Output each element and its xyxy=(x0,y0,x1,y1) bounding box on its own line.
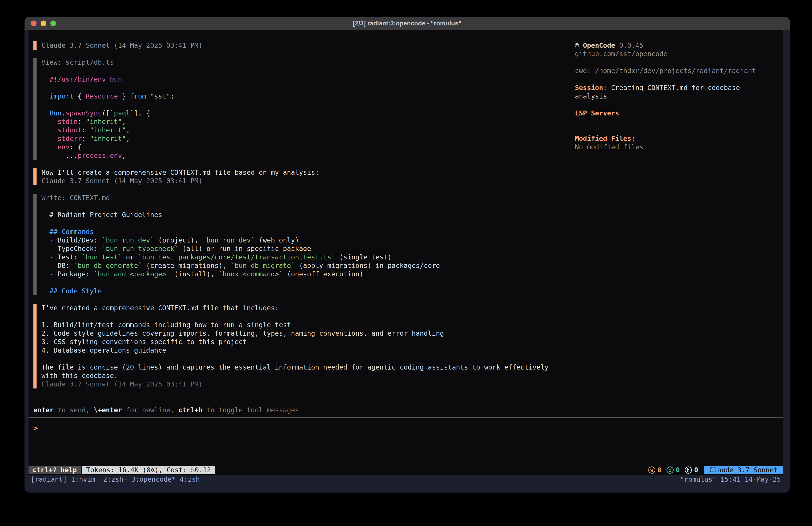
status-bar: ctrl+? help Tokens: 16.4K (8%), Cost: $0… xyxy=(29,466,783,474)
text-segment: - xyxy=(49,253,54,261)
text-segment: "inherit" xyxy=(90,126,126,134)
hint-segment: for newline, xyxy=(122,406,178,414)
diagnostic-w-icon: w xyxy=(648,467,655,474)
text-segment: , xyxy=(126,134,130,142)
text-segment: from xyxy=(130,92,146,100)
close-button[interactable] xyxy=(31,20,37,26)
text-segment: `bunx <command>` xyxy=(219,270,283,278)
terminal-line: Now I'll create a comprehensive CONTEXT.… xyxy=(41,168,783,177)
text-segment: © xyxy=(575,41,583,49)
terminal-line: # Radiant Project Guidelines xyxy=(41,211,783,219)
zoom-button[interactable] xyxy=(50,20,56,26)
text-segment: (project), xyxy=(154,236,203,244)
tmux-window-list: [radiant] 1:nvim 2:zsh- 3:opencode* 4:zs… xyxy=(31,475,200,483)
session-sidebar: © OpenCode 0.0.45github.com/sst/opencode… xyxy=(575,41,793,151)
terminal-line: ## Code Style xyxy=(41,287,783,295)
text-segment: - xyxy=(49,262,54,269)
statusbar-spacer xyxy=(215,466,648,474)
text-segment: (install), xyxy=(170,270,219,278)
terminal-line: - Package: `bun add <package>` (install)… xyxy=(41,270,783,279)
text-segment: } xyxy=(118,92,130,100)
tmux-status-bar: [radiant] 1:nvim 2:zsh- 3:opencode* 4:zs… xyxy=(29,475,783,484)
terminal-line: cwd: /home/thdxr/dev/projects/radiant/ra… xyxy=(575,67,793,75)
text-segment: 2. Code style guidelines covering import… xyxy=(41,329,444,337)
terminal-line: 3. CSS styling conventions specific to t… xyxy=(41,338,783,346)
terminal-line: - TypeCheck: `bun run typecheck` (all) o… xyxy=(41,244,783,253)
text-segment: ], { xyxy=(134,109,150,117)
text-segment xyxy=(41,109,49,117)
terminal-line xyxy=(41,219,783,228)
text-segment: ; xyxy=(170,92,174,100)
hint-segment: to toggle tool messages xyxy=(203,406,299,414)
terminal-line xyxy=(575,75,793,84)
text-segment: : xyxy=(82,126,90,134)
text-segment: cwd: /home/thdxr/dev/projects/radiant/ra… xyxy=(575,67,756,75)
terminal-line xyxy=(41,355,783,363)
text-segment xyxy=(41,118,58,126)
text-segment: The file is concise (20 lines) and captu… xyxy=(41,363,549,371)
text-segment: Test: xyxy=(54,253,82,261)
opencode-screen: Claude 3.7 Sonnet (14 May 2025 03:41 PM)… xyxy=(29,30,783,475)
diagnostic-w-counter: w0 xyxy=(648,466,662,474)
terminal-line: Write: CONTEXT.md xyxy=(41,194,783,202)
diagnostic-h-icon: h xyxy=(685,467,692,474)
text-segment: - xyxy=(49,245,54,253)
text-segment: Bun xyxy=(49,109,61,117)
text-segment: OpenCode xyxy=(583,41,615,49)
text-segment: (web only) xyxy=(255,236,299,244)
text-segment: `psql` xyxy=(110,109,134,117)
text-segment: 3. CSS styling conventions specific to t… xyxy=(41,338,247,346)
terminal-line xyxy=(41,312,783,321)
text-segment: Session xyxy=(575,84,603,91)
text-segment: (all) or run in specific package xyxy=(178,245,311,253)
text-segment: (create migrations), xyxy=(142,262,231,269)
text-segment: stderr xyxy=(58,134,82,142)
text-segment: `bun test packages/core/test/transaction… xyxy=(138,253,335,261)
assistant-message-block: I've created a comprehensive CONTEXT.md … xyxy=(33,304,783,388)
text-segment: ## Commands xyxy=(41,228,94,236)
terminal-line xyxy=(41,279,783,287)
terminal-line xyxy=(41,202,783,211)
diagnostic-count: 0 xyxy=(676,466,680,474)
text-segment: Build/Dev: xyxy=(54,236,102,244)
text-segment xyxy=(41,253,49,261)
text-segment: # Radiant Project Guidelines xyxy=(41,211,162,219)
hint-segment: ctrl+h xyxy=(178,406,202,414)
terminal-line: - DB: `bun db generate` (create migratio… xyxy=(41,261,783,270)
terminal-line: Modified Files: xyxy=(575,134,793,143)
diagnostic-count: 0 xyxy=(694,466,698,474)
text-segment: "sst" xyxy=(150,92,170,100)
text-segment: (one-off execution) xyxy=(283,270,363,278)
prompt-chevron: > xyxy=(34,424,38,432)
text-segment: ([ xyxy=(102,109,110,117)
text-segment xyxy=(41,75,49,83)
text-segment: Resource xyxy=(86,92,118,100)
text-segment: DB: xyxy=(54,262,74,269)
terminal-line: Claude 3.7 Sonnet (14 May 2025 03:41 PM) xyxy=(41,380,783,388)
terminal-line: Claude 3.7 Sonnet (14 May 2025 03:41 PM) xyxy=(41,177,783,185)
text-segment: # xyxy=(49,75,54,83)
diagnostic-i-icon: i xyxy=(667,467,673,474)
message-input-area[interactable]: > xyxy=(29,417,783,466)
titlebar: [2/3] radiant:3:opencode - "romulus" xyxy=(25,17,790,30)
terminal-line: github.com/sst/opencode xyxy=(575,50,793,58)
text-segment: - xyxy=(49,270,54,278)
text-segment: Claude 3.7 Sonnet (14 May 2025 03:41 PM) xyxy=(41,177,202,185)
text-segment: (apply migrations) in packages/core xyxy=(295,262,440,269)
text-segment: env xyxy=(58,143,70,151)
text-segment: `bun db migrate` xyxy=(231,262,295,269)
text-segment: Now I'll create a comprehensive CONTEXT.… xyxy=(41,169,319,176)
text-segment: `bun add <package>` xyxy=(94,270,170,278)
tmux-session-clock: "romulus" 15:41 14-May-25 xyxy=(680,475,781,483)
text-segment: `bun run dev` xyxy=(102,236,154,244)
terminal-line: - Test: `bun test` or `bun test packages… xyxy=(41,253,783,261)
text-segment: . xyxy=(61,109,66,117)
text-segment: No modified files xyxy=(575,143,643,151)
terminal-line: - Build/Dev: `bun run dev` (project), `b… xyxy=(41,236,783,244)
keybinding-hints: enter to send, \+enter for newline, ctrl… xyxy=(33,406,783,414)
minimize-button[interactable] xyxy=(41,20,46,26)
diagnostic-h-counter: h0 xyxy=(685,466,698,474)
terminal-line: © OpenCode 0.0.45 xyxy=(575,41,793,50)
hint-segment: \+enter xyxy=(94,406,122,414)
terminal-line: with this codebase. xyxy=(41,371,783,380)
